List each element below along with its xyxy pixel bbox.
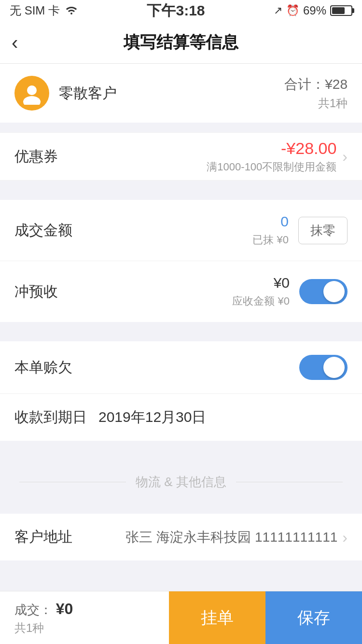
credit-toggle-thumb <box>323 357 345 378</box>
prepaid-label: 冲预收 <box>14 282 58 302</box>
due-date-label: 收款到期日 <box>14 407 87 427</box>
customer-count: 共1种 <box>284 96 348 111</box>
divider-line-right <box>236 482 343 482</box>
divider-3 <box>0 450 362 460</box>
address-label: 客户地址 <box>14 527 72 547</box>
address-value: 张三 海淀永丰科技园 11111111111 <box>125 528 337 546</box>
logistics-divider: 物流 & 其他信息 <box>0 460 362 504</box>
wifi-icon <box>65 4 78 17</box>
credit-row: 本单赊欠 <box>0 341 362 393</box>
coupon-discount: -¥28.00 <box>207 139 336 158</box>
hang-order-button[interactable]: 挂单 <box>169 591 265 644</box>
transaction-label: 成交金额 <box>14 221 72 240</box>
back-button[interactable]: ‹ <box>12 33 18 52</box>
bottom-count: 共1种 <box>14 620 154 636</box>
svg-point-1 <box>23 96 41 105</box>
credit-section: 本单赊欠 收款到期日 2019年12月30日 <box>0 341 362 441</box>
bottom-amount: ¥0 <box>56 600 73 617</box>
customer-left: 零散客户 <box>14 76 117 111</box>
prepaid-right: ¥0 应收金额 ¥0 <box>232 275 348 308</box>
coupon-chevron-icon: › <box>342 149 348 164</box>
customer-avatar <box>14 76 49 111</box>
coupon-label: 优惠券 <box>14 147 58 167</box>
address-right: 张三 海淀永丰科技园 11111111111 › <box>125 528 348 546</box>
prepaid-value-block: ¥0 应收金额 ¥0 <box>232 275 290 308</box>
status-bar: 无 SIM 卡 下午3:18 ↗ ⏰ 69% <box>0 0 362 21</box>
due-date-row: 收款到期日 2019年12月30日 <box>0 393 362 441</box>
round-zero-button[interactable]: 抹零 <box>298 217 348 244</box>
bottom-bar: 成交： ¥0 共1种 挂单 保存 <box>0 591 362 644</box>
address-row[interactable]: 客户地址 张三 海淀永丰科技园 11111111111 › <box>0 514 362 560</box>
transaction-sub: 已抹 ¥0 <box>252 233 289 247</box>
alarm-icon: ⏰ <box>286 4 299 17</box>
save-button[interactable]: 保存 <box>265 591 362 644</box>
carrier-label: 无 SIM 卡 <box>10 3 60 18</box>
credit-label: 本单赊欠 <box>14 358 72 378</box>
customer-right: 合计：¥28 共1种 <box>284 75 348 111</box>
status-time: 下午3:18 <box>147 1 205 21</box>
page-title: 填写结算等信息 <box>124 31 238 54</box>
divider-2 <box>0 332 362 341</box>
coupon-row[interactable]: 优惠券 -¥28.00 满1000-100不限制使用金额 › <box>0 132 362 181</box>
prepaid-value: ¥0 <box>232 275 290 291</box>
transaction-section: 成交金额 0 已抹 ¥0 抹零 冲预收 ¥0 应收金额 ¥0 <box>0 200 362 322</box>
battery-icon <box>330 5 352 16</box>
customer-name: 零散客户 <box>59 84 117 103</box>
credit-toggle[interactable] <box>299 355 348 380</box>
toggle-thumb <box>323 281 345 302</box>
address-chevron-icon: › <box>342 530 348 545</box>
divider-4 <box>0 504 362 514</box>
transaction-value: 0 <box>252 213 289 230</box>
status-left: 无 SIM 卡 <box>10 3 78 18</box>
coupon-value-block: -¥28.00 满1000-100不限制使用金额 <box>207 139 336 174</box>
content: 零散客户 合计：¥28 共1种 优惠券 -¥28.00 满1000-100不限制… <box>0 64 362 644</box>
transaction-row: 成交金额 0 已抹 ¥0 抹零 <box>0 200 362 261</box>
due-date-value: 2019年12月30日 <box>98 407 206 427</box>
location-icon: ↗ <box>274 4 282 17</box>
coupon-section: 优惠券 -¥28.00 满1000-100不限制使用金额 › <box>0 132 362 181</box>
customer-total: 合计：¥28 <box>284 75 348 94</box>
customer-row: 零散客户 合计：¥28 共1种 <box>0 64 362 123</box>
coupon-right: -¥28.00 满1000-100不限制使用金额 › <box>207 139 348 174</box>
bottom-transaction-line: 成交： ¥0 <box>14 600 154 618</box>
bottom-info: 成交： ¥0 共1种 <box>0 591 169 644</box>
nav-bar: ‹ 填写结算等信息 <box>0 21 362 64</box>
transaction-right: 0 已抹 ¥0 抹零 <box>252 213 348 247</box>
prepaid-sub: 应收金额 ¥0 <box>232 294 290 308</box>
prepaid-row: 冲预收 ¥0 应收金额 ¥0 <box>0 261 362 322</box>
status-right: ↗ ⏰ 69% <box>274 4 352 17</box>
transaction-value-block: 0 已抹 ¥0 <box>252 213 289 247</box>
battery-percent: 69% <box>303 4 326 17</box>
prepaid-toggle[interactable] <box>299 279 348 304</box>
logistics-label: 物流 & 其他信息 <box>136 474 226 490</box>
svg-point-0 <box>27 85 37 95</box>
bottom-transaction-label: 成交： <box>14 602 52 617</box>
coupon-desc: 满1000-100不限制使用金额 <box>207 160 336 174</box>
divider-1 <box>0 190 362 200</box>
divider-line-left <box>19 482 126 482</box>
